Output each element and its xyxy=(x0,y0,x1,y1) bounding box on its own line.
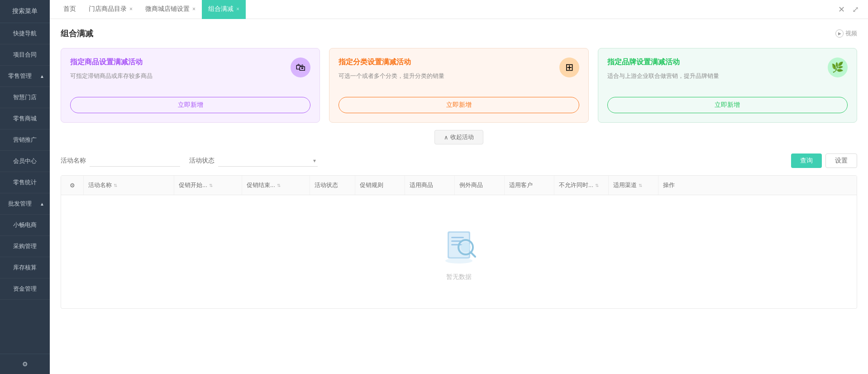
sidebar-item-label: 零售商城 xyxy=(13,115,37,123)
activity-name-filter: 活动名称 xyxy=(61,155,180,167)
empty-state: 暂无数据 xyxy=(61,195,857,308)
chevron-up-icon: ∧ xyxy=(444,134,448,141)
card-category-title: 指定分类设置满减活动 xyxy=(339,58,579,67)
sidebar-item-wholesale-mgmt[interactable]: 批发管理▲ xyxy=(0,193,50,215)
setting-button[interactable]: 设置 xyxy=(825,153,857,168)
th-rule: 促销规则 xyxy=(355,176,405,195)
tab-close-icon[interactable]: × xyxy=(236,6,239,12)
sidebar-item-label: 库存核算 xyxy=(13,264,37,272)
collapse-button[interactable]: ∧ 收起活动 xyxy=(434,130,483,144)
sidebar-item-member-center[interactable]: 会员中心 xyxy=(0,151,50,172)
close-window-button[interactable]: ✕ xyxy=(836,5,847,14)
sort-icon-exclusive: ⇅ xyxy=(595,183,599,188)
sidebar-search[interactable]: 搜索菜单 xyxy=(0,0,50,23)
th-label-action: 操作 xyxy=(663,181,675,189)
th-label-gear: ⚙ xyxy=(70,182,75,189)
page-title: 组合满减 xyxy=(61,28,93,39)
th-label-start: 促销开始... xyxy=(179,181,207,189)
card-brand: 🌿指定品牌设置满减活动适合与上游企业联合做营销，提升品牌销量立即新增 xyxy=(598,48,857,123)
sidebar-item-xiao-ecom[interactable]: 小畅电商 xyxy=(0,215,50,236)
sort-icon-name: ⇅ xyxy=(114,183,117,188)
activity-status-select[interactable]: 进行中 已结束 未开始 xyxy=(218,155,318,167)
filter-actions: 查询 设置 xyxy=(791,153,857,168)
sidebar-item-label: 小畅电商 xyxy=(13,221,37,229)
activity-name-input[interactable] xyxy=(90,155,180,167)
sidebar-item-smart-store[interactable]: 智慧门店 xyxy=(0,87,50,108)
sidebar-item-label: 智慧门店 xyxy=(13,93,37,101)
sidebar: 搜索菜单 快捷导航项目合同零售管理▲智慧门店零售商城营销推广会员中心零售统计批发… xyxy=(0,0,50,374)
svg-point-7 xyxy=(461,242,471,252)
table-header: ⚙活动名称⇅促销开始...⇅促销结束...⇅活动状态促销规则适用商品例外商品适用… xyxy=(61,176,857,195)
play-icon: ▶ xyxy=(835,29,844,38)
query-button[interactable]: 查询 xyxy=(791,153,822,168)
sidebar-item-marketing[interactable]: 营销推广 xyxy=(0,129,50,151)
filter-row: 活动名称 活动状态 进行中 已结束 未开始 ▾ 查询 设置 xyxy=(61,153,857,168)
th-label-rule: 促销规则 xyxy=(360,181,383,189)
tab-combo-discount[interactable]: 组合满减× xyxy=(202,0,246,19)
activity-status-select-wrap: 进行中 已结束 未开始 ▾ xyxy=(218,155,318,167)
card-product-btn[interactable]: 立即新增 xyxy=(70,97,310,113)
card-brand-title: 指定品牌设置满减活动 xyxy=(607,58,848,67)
sidebar-item-label: 快捷导航 xyxy=(13,29,37,38)
sidebar-item-finance[interactable]: 资金管理 xyxy=(0,278,50,300)
th-exclusive[interactable]: 不允许同时...⇅ xyxy=(554,176,609,195)
th-label-customer: 适用客户 xyxy=(509,181,533,189)
tab-label: 微商城店铺设置 xyxy=(145,5,190,13)
sidebar-item-quick-nav[interactable]: 快捷导航 xyxy=(0,23,50,44)
th-end[interactable]: 促销结束...⇅ xyxy=(242,176,310,195)
th-channel[interactable]: 适用渠道⇅ xyxy=(609,176,658,195)
sidebar-item-label: 零售统计 xyxy=(13,178,37,187)
th-gear: ⚙ xyxy=(61,176,84,195)
tab-bar: 首页门店商品目录×微商城店铺设置×组合满减× ✕ ⤢ xyxy=(50,0,868,19)
tab-home[interactable]: 首页 xyxy=(57,0,82,19)
th-start[interactable]: 促销开始...⇅ xyxy=(174,176,242,195)
card-category-btn[interactable]: 立即新增 xyxy=(339,97,579,113)
th-label-end: 促销结束... xyxy=(247,181,275,189)
sidebar-item-retail-stats[interactable]: 零售统计 xyxy=(0,172,50,193)
sidebar-item-label: 会员中心 xyxy=(13,157,37,165)
th-label-status: 活动状态 xyxy=(315,181,338,189)
activity-status-filter: 活动状态 进行中 已结束 未开始 ▾ xyxy=(189,155,318,167)
th-customer: 适用客户 xyxy=(505,176,554,195)
th-name[interactable]: 活动名称⇅ xyxy=(84,176,174,195)
tab-label: 组合满减 xyxy=(208,5,234,13)
collapse-row: ∧ 收起活动 xyxy=(61,130,857,144)
sort-icon-start: ⇅ xyxy=(209,183,213,188)
card-product: 🛍指定商品设置满减活动可指定滞销商品或库存较多商品立即新增 xyxy=(61,48,320,123)
activity-name-label: 活动名称 xyxy=(61,157,86,165)
sidebar-item-label: 项目合同 xyxy=(13,51,37,59)
th-action: 操作 xyxy=(658,176,857,195)
th-label-name: 活动名称 xyxy=(88,181,112,189)
sidebar-settings[interactable]: ⚙ xyxy=(0,354,50,374)
tab-label: 门店商品目录 xyxy=(89,5,127,13)
sidebar-item-retail-mgmt[interactable]: 零售管理▲ xyxy=(0,66,50,87)
data-table: ⚙活动名称⇅促销开始...⇅促销结束...⇅活动状态促销规则适用商品例外商品适用… xyxy=(61,175,857,309)
video-link[interactable]: ▶ 视频 xyxy=(835,29,857,38)
gear-icon: ⚙ xyxy=(22,360,28,368)
card-brand-btn[interactable]: 立即新增 xyxy=(607,97,848,113)
card-brand-desc: 适合与上游企业联合做营销，提升品牌销量 xyxy=(607,72,848,88)
th-label-channel: 适用渠道 xyxy=(613,181,637,189)
th-except: 例外商品 xyxy=(455,176,505,195)
svg-line-8 xyxy=(471,252,475,257)
maximize-window-button[interactable]: ⤢ xyxy=(850,5,861,14)
tab-bar-actions: ✕ ⤢ xyxy=(836,5,861,14)
card-product-desc: 可指定滞销商品或库存较多商品 xyxy=(70,72,310,88)
sidebar-item-project-contract[interactable]: 项目合同 xyxy=(0,44,50,66)
sidebar-item-purchase-mgmt[interactable]: 采购管理 xyxy=(0,236,50,257)
tab-micro-store-settings[interactable]: 微商城店铺设置× xyxy=(139,0,202,19)
tab-store-catalog[interactable]: 门店商品目录× xyxy=(82,0,139,19)
th-goods: 适用商品 xyxy=(405,176,455,195)
sidebar-item-retail-mall[interactable]: 零售商城 xyxy=(0,108,50,129)
svg-rect-5 xyxy=(451,244,463,245)
tab-close-icon[interactable]: × xyxy=(192,6,196,12)
th-label-exclusive: 不允许同时... xyxy=(559,181,593,189)
tab-close-icon[interactable]: × xyxy=(129,6,133,12)
sidebar-item-label: 采购管理 xyxy=(13,242,37,250)
th-label-except: 例外商品 xyxy=(459,181,483,189)
tab-label: 首页 xyxy=(63,5,76,13)
main-area: 首页门店商品目录×微商城店铺设置×组合满减× ✕ ⤢ 组合满减 ▶ 视频 🛍指定… xyxy=(50,0,868,374)
page-title-row: 组合满减 ▶ 视频 xyxy=(61,28,857,39)
sidebar-item-inventory[interactable]: 库存核算 xyxy=(0,257,50,278)
sidebar-item-label: 零售管理 xyxy=(8,72,32,80)
